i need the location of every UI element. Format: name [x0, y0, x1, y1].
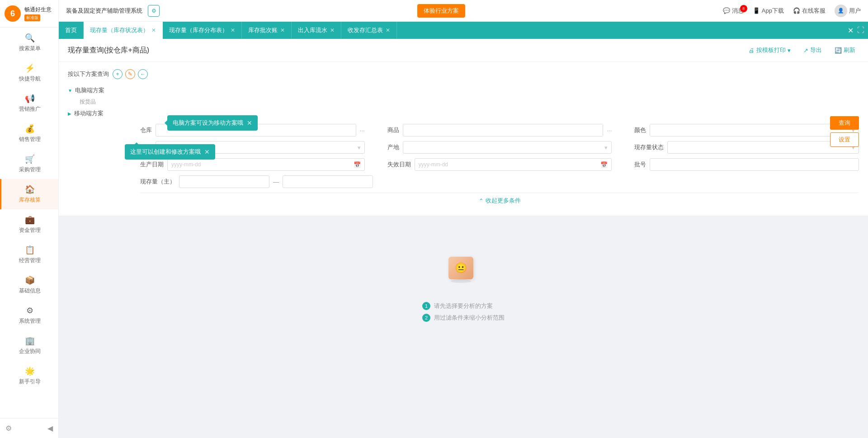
goods-label: 商品 [387, 126, 399, 134]
sidebar-label-ops: 经营管理 [19, 257, 41, 264]
color-filter: 颜色 ▾ [634, 124, 859, 137]
add-scheme-btn[interactable]: + [113, 69, 123, 79]
origin-select[interactable]: ▾ [403, 141, 612, 154]
industry-plan-btn[interactable]: 体验行业方案 [417, 4, 465, 18]
filter-row-3: 生产日期 yyyy-mm-dd 📅 失效日期 yyyy-mm-dd 📅 [140, 158, 859, 171]
sidebar-item-inventory[interactable]: 🏠 库存核算 [0, 179, 58, 209]
color-select[interactable]: ▾ [650, 124, 859, 137]
step-2-num: 2 [422, 314, 430, 322]
sidebar-label-quicknav: 快捷导航 [19, 75, 41, 83]
prod-date-calendar-icon[interactable]: 📅 [354, 161, 361, 168]
tab-inout-label: 出入库流水 [298, 26, 327, 34]
gear-icon: ⚙ [26, 306, 33, 316]
export-btn[interactable]: ↗ 导出 [800, 44, 826, 56]
goods-select[interactable] [403, 124, 604, 137]
sidebar-label-enterprise: 企业协同 [19, 348, 41, 355]
expire-date-placeholder: yyyy-mm-dd [419, 161, 448, 168]
app-download-item[interactable]: 📱 App下载 [753, 7, 784, 15]
scheme-tree: ▼ 电脑端方案 按货品 ▶ 移动端方案 [68, 85, 859, 119]
query-btn[interactable]: 查询 [830, 116, 859, 130]
sidebar-item-finance[interactable]: 💼 资金管理 [0, 209, 58, 240]
bell-icon: 💬 [723, 7, 730, 14]
sidebar-logo: 6 畅通好生意 标准版 [0, 0, 58, 28]
online-support-item[interactable]: 🎧 在线客服 [793, 7, 826, 15]
tab-close-all-btn[interactable]: ✕ [848, 26, 854, 35]
page-actions: 🖨 按模板打印 ▾ ↗ 导出 🔄 刷新 [745, 44, 859, 56]
dot-indicator [170, 126, 175, 131]
sidebar-label-inventory: 库存核算 [19, 196, 41, 204]
house-icon: 🏠 [25, 184, 35, 194]
tab-batch[interactable]: 库存批次账 ✕ [242, 22, 292, 39]
stock-main-from[interactable] [179, 175, 269, 188]
sidebar: 6 畅通好生意 标准版 🔍 搜索菜单 ⚡ 快捷导航 📢 营销推广 💰 销售管理 … [0, 0, 59, 438]
prod-date-input[interactable]: yyyy-mm-dd 📅 [167, 158, 365, 171]
batch-input[interactable] [650, 158, 859, 171]
back-btn[interactable]: ← [138, 69, 148, 79]
refresh-btn[interactable]: 🔄 刷新 [831, 44, 859, 56]
scheme-arrow-pc: ▼ [68, 88, 72, 93]
empty-text: 1 请先选择要分析的方案 2 用过滤条件来缩小分析范围 [422, 300, 505, 324]
page-header: 现存量查询(按仓库+商品) 🖨 按模板打印 ▾ ↗ 导出 🔄 刷新 [59, 39, 868, 62]
expire-date-input[interactable]: yyyy-mm-dd 📅 [415, 158, 612, 171]
user-item[interactable]: 👤 用户 [835, 5, 861, 17]
tab-close-inventory-dist[interactable]: ✕ [231, 27, 235, 33]
notification-badge: 8 [740, 5, 747, 12]
sidebar-item-purchase[interactable]: 🛒 采购管理 [0, 149, 58, 179]
scheme-sub-item[interactable]: 按货品 [77, 96, 859, 108]
tab-fullscreen-btn[interactable]: ⛶ [857, 26, 864, 34]
logo-text: 畅通好生意 标准版 [24, 6, 52, 21]
scheme-pc-item[interactable]: ▼ 电脑端方案 [68, 85, 859, 96]
topbar-left: 装备及固定资产辅助管理系统 ⚙ [66, 5, 160, 17]
sidebar-item-guide[interactable]: 🌟 新手引导 [0, 361, 58, 391]
filter-header: 按以下方案查询 + ✎ ← [68, 69, 859, 79]
collapse-btn[interactable]: ⌃ 收起更多条件 [140, 193, 859, 208]
sidebar-item-marketing[interactable]: 📢 营销推广 [0, 88, 58, 118]
collapse-sidebar-btn[interactable]: ◀ [47, 424, 53, 433]
tab-close-inout[interactable]: ✕ [330, 27, 335, 33]
topbar-right: 💬 8 消息 📱 App下载 🎧 在线客服 👤 用户 [723, 5, 861, 17]
goods-dots[interactable]: ··· [607, 127, 612, 134]
tab-inventory-dist[interactable]: 现存量（库存分布表） ✕ [163, 22, 242, 39]
sidebar-item-system[interactable]: ⚙ 系统管理 [0, 300, 58, 330]
sidebar-item-ops[interactable]: 📋 经营管理 [0, 240, 58, 270]
sidebar-item-search[interactable]: 🔍 搜索菜单 [0, 28, 58, 58]
warehouse-dots[interactable]: ··· [360, 127, 365, 134]
empty-shadow [451, 279, 471, 283]
main-content: 现存量查询(按仓库+商品) 🖨 按模板打印 ▾ ↗ 导出 🔄 刷新 电脑方案可设… [59, 39, 868, 438]
scheme-mobile-label: 移动端方案 [74, 109, 104, 118]
stock-dash: — [273, 179, 279, 185]
tooltip-pc-scheme: 电脑方案可设为移动方案哦 ✕ [167, 115, 258, 131]
tooltip-edit-close[interactable]: ✕ [204, 148, 210, 155]
tab-close-inventory-status[interactable]: ✕ [151, 27, 156, 33]
notification-item[interactable]: 💬 8 消息 [723, 7, 744, 15]
sidebar-item-sales[interactable]: 💰 销售管理 [0, 118, 58, 149]
briefcase-icon: 💼 [25, 215, 35, 225]
topbar-settings-btn[interactable]: ⚙ [148, 5, 160, 17]
sidebar-item-enterprise[interactable]: 🏢 企业协同 [0, 330, 58, 361]
prod-date-placeholder: yyyy-mm-dd [171, 161, 201, 168]
page-title: 现存量查询(按仓库+商品) [68, 46, 149, 55]
sidebar-item-base[interactable]: 📦 基础信息 [0, 270, 58, 300]
print-btn[interactable]: 🖨 按模板打印 ▾ [745, 44, 794, 56]
batch-label: 批号 [634, 160, 646, 169]
expire-date-filter: 失效日期 yyyy-mm-dd 📅 [387, 158, 612, 171]
logo-icon: 6 [5, 5, 21, 22]
tab-home-label: 首页 [65, 26, 77, 34]
tab-close-receivable[interactable]: ✕ [386, 27, 390, 33]
reset-btn[interactable]: 设置 [830, 132, 859, 147]
edit-scheme-btn[interactable]: ✎ [125, 69, 135, 79]
tab-inout[interactable]: 出入库流水 ✕ [292, 22, 341, 39]
tab-inventory-status[interactable]: 现存量（库存状况表） ✕ [84, 22, 163, 39]
expire-date-calendar-icon[interactable]: 📅 [600, 161, 608, 168]
filter-row-2: 尺码 ▾ 产地 ▾ 现存量状态 ▾ [140, 141, 859, 154]
tab-home[interactable]: 首页 [59, 22, 84, 39]
tab-receivable[interactable]: 收发存汇总表 ✕ [341, 22, 397, 39]
stock-main-to[interactable] [283, 175, 373, 188]
sidebar-item-quicknav[interactable]: ⚡ 快捷导航 [0, 58, 58, 88]
stock-status-filter: 现存量状态 ▾ [634, 141, 859, 154]
tab-close-batch[interactable]: ✕ [280, 27, 285, 33]
print-label: 按模板打印 [756, 46, 786, 54]
tabbar-end: ✕ ⛶ [844, 22, 868, 39]
tooltip-pc-close[interactable]: ✕ [247, 119, 252, 127]
settings-footer-btn[interactable]: ⚙ [5, 424, 12, 433]
